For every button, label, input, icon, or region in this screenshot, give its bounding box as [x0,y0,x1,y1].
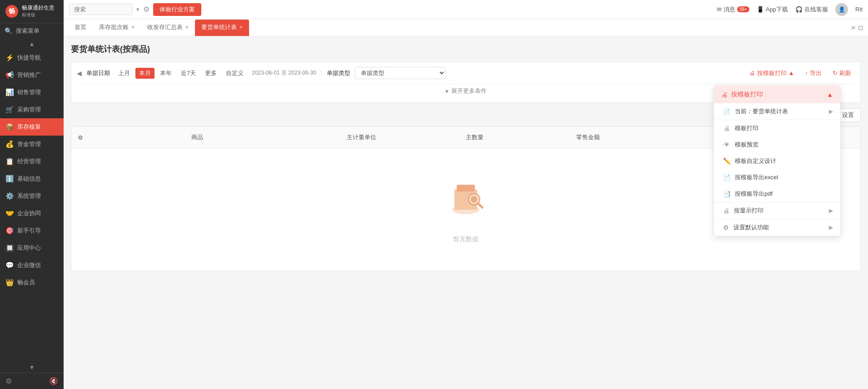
close-tab-order[interactable]: × [239,24,243,30]
pd-item-label: 按模板导出pdf [735,190,773,198]
main-content: ▾ ⚙ 体验行业方案 ✉ 消息 99+ 📱 App下载 🎧 在线客服 👤 Rit [64,0,868,389]
nav-label: 畅会员 [17,278,35,287]
print-chevron-icon: ▲ [788,70,794,76]
online-service-group[interactable]: 🎧 在线客服 [795,5,828,14]
app-download-icon: 📱 [757,6,764,13]
pd-section-default-func: ⚙ 设置默认功能 ▶ [714,219,840,236]
th-product: 商品 [90,131,305,144]
svg-rect-2 [457,185,475,192]
pd-item-export-excel[interactable]: 📄 按模板导出excel [714,169,840,186]
settings-icon[interactable]: ⚙ [5,377,12,385]
expand-more-label: 展开更多条件 [451,87,487,95]
chevron-down-icon[interactable]: ▾ [136,6,140,13]
pd-item-template-design[interactable]: ✏️ 模板自定义设计 [714,153,840,169]
pd-item-label: 模板自定义设计 [735,157,776,165]
content-area: 要货单统计表(按商品) ◀ 单据日期 上月 本月 本年 近7天 更多 自定义 2… [64,36,868,389]
operation-icon: 📋 [5,157,14,166]
scroll-up-button[interactable]: ▲ [0,39,64,49]
refresh-btn-label: 刷新 [839,69,851,77]
topbar-gear-icon[interactable]: ⚙ [143,5,150,14]
empty-icon [443,176,489,230]
messages-group[interactable]: ✉ 消息 99+ [717,5,749,14]
pd-group-default-func[interactable]: ⚙ 设置默认功能 ▶ [714,219,840,236]
tab-batch-account[interactable]: 库存批次账 × [93,20,141,36]
messages-label: 消息 [723,5,735,14]
sidebar-item-purchase[interactable]: 🛒 采购管理 [0,101,64,118]
scroll-down-button[interactable]: ▼ [0,362,64,373]
pd-header-left: 🖨 按模板打印 [721,91,763,99]
print-dropdown-header[interactable]: 🖨 按模板打印 ▲ [714,86,840,103]
sidebar-item-inventory[interactable]: 📦 库存核算 [0,118,64,136]
sound-icon[interactable]: 🔇 [49,377,58,385]
date-btn-7days[interactable]: 近7天 [177,68,200,79]
pd-group-left: 🖨 按显示打印 [723,207,763,215]
purchase-icon: 🛒 [5,106,14,114]
sidebar-item-system[interactable]: ⚙️ 系统管理 [0,187,64,205]
chevron-down-icon: ▾ [445,88,449,95]
sidebar-item-member[interactable]: 👑 畅会员 [0,274,64,291]
avatar[interactable]: 👤 [835,3,848,16]
pd-item-template-print[interactable]: 🖨 模板打印 [714,120,840,136]
exp-btn[interactable]: 体验行业方案 [153,3,201,16]
topbar-search-input[interactable] [69,4,133,15]
nav-label: 企业协同 [17,209,41,217]
sidebar-item-basic[interactable]: ℹ️ 基础信息 [0,170,64,187]
refresh-btn[interactable]: ↻ 刷新 [829,67,855,79]
close-tab-receipt[interactable]: × [185,24,189,30]
preview-icon: 👁 [723,141,730,148]
app-name: 畅康通好生意 [22,5,55,12]
pd-current-item[interactable]: 📄 当前：要货单统计表 ▶ [714,103,840,120]
sidebar-item-quick-nav[interactable]: ⚡ 快捷导航 [0,49,64,66]
printer-icon: 🖨 [723,125,730,132]
date-btn-custom[interactable]: 自定义 [222,68,247,79]
divider: | [321,70,322,76]
sidebar-item-appcenter[interactable]: 🔲 应用中心 [0,239,64,257]
pd-group-display-print[interactable]: 🖨 按显示打印 ▶ [714,202,840,219]
pd-current-label: 当前：要货单统计表 [735,107,788,116]
tab-receipt-summary[interactable]: 收发存汇总表 × [141,20,195,36]
type-select[interactable]: 单据类型 [355,67,446,79]
search-menu-item[interactable]: 🔍 搜索菜单 [0,23,64,39]
pd-header-arrow-icon: ▲ [827,91,833,98]
topbar: ▾ ⚙ 体验行业方案 ✉ 消息 99+ 📱 App下载 🎧 在线客服 👤 Rit [64,0,868,19]
sidebar-bottom: ⚙ 🔇 [0,373,64,389]
date-btn-more[interactable]: 更多 [201,68,220,79]
app-download-group[interactable]: 📱 App下载 [757,5,788,14]
tabs-bar: 首页 库存批次账 × 收发存汇总表 × 要货单统计表 × ✕ ⊡ [64,19,868,36]
th-settings[interactable]: ⚙ [71,131,90,144]
close-tab-batch[interactable]: × [131,24,135,30]
pdf-icon: 📑 [723,190,730,197]
tab-home[interactable]: 首页 [68,20,93,36]
pd-section-display-print: 🖨 按显示打印 ▶ [714,202,840,219]
pd-item-template-preview[interactable]: 👁 模板预览 [714,136,840,153]
print-btn[interactable]: 🖨 按模板打印 ▲ [746,67,798,79]
appcenter-icon: 🔲 [5,244,14,252]
date-btn-prev[interactable]: 上月 [115,68,134,79]
date-range: 2023-06-01 至 2023-06-30 [252,69,316,77]
search-menu-label: 搜索菜单 [16,27,40,35]
sidebar-item-marketing[interactable]: 📢 营销推广 [0,66,64,84]
printer-icon: 🖨 [749,70,755,76]
date-btn-current[interactable]: 本月 [135,68,155,79]
pd-item-export-pdf[interactable]: 📑 按模板导出pdf [714,186,840,202]
pd-section-current: 📄 当前：要货单统计表 ▶ [714,103,840,120]
cooperation-icon: 🤝 [5,209,14,217]
nav-label: 资金管理 [17,140,41,148]
filter-toggle-btn[interactable]: ◀ [77,70,82,77]
empty-text: 暂无数据 [453,235,479,243]
maximize-window-btn[interactable]: ⊡ [858,24,863,31]
pd-group-label: 设置默认功能 [733,223,769,232]
sidebar-item-sales[interactable]: 📊 销售管理 [0,84,64,101]
svg-line-4 [478,203,482,207]
sidebar-item-corpwechat[interactable]: 💬 企业微信 [0,257,64,274]
sidebar-item-newguide[interactable]: 🎯 新手引导 [0,222,64,239]
sidebar-item-cooperation[interactable]: 🤝 企业协同 [0,205,64,222]
excel-icon: 📄 [723,174,730,181]
sidebar-item-finance[interactable]: 💰 资金管理 [0,136,64,153]
date-btn-year[interactable]: 本年 [156,68,175,79]
sidebar-item-operation[interactable]: 📋 经营管理 [0,153,64,170]
tab-order-stats[interactable]: 要货单统计表 × [195,20,249,36]
close-window-btn[interactable]: ✕ [851,24,856,31]
corpwechat-icon: 💬 [5,261,14,269]
export-btn[interactable]: ↑ 导出 [802,67,826,79]
